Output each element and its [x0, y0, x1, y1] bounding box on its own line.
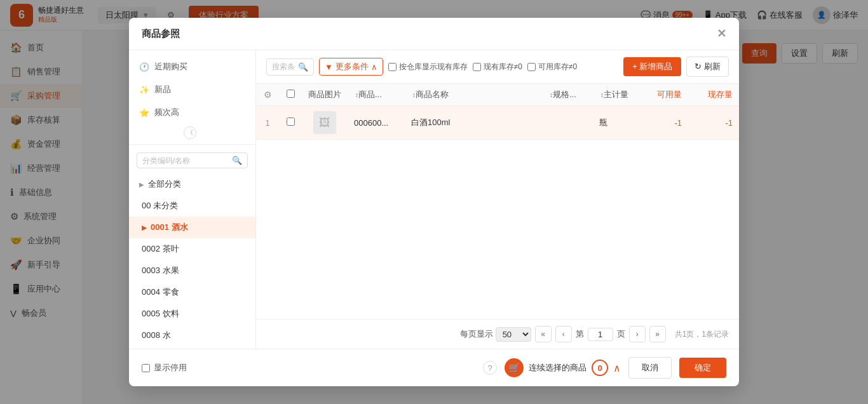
cart-text: 连续选择的商品 — [529, 362, 587, 374]
filter-label: 更多条件 — [336, 61, 369, 72]
row-spec — [542, 106, 593, 140]
show-disabled-checkbox[interactable] — [142, 364, 150, 372]
category-item-tea[interactable]: 0002 茶叶 — [129, 238, 255, 260]
col-header-img: 商品图片 — [302, 84, 348, 106]
table-row[interactable]: 1 🖼 000600... 白酒100ml 瓶 -1 -1 — [256, 106, 739, 140]
product-table: ⚙ 商品图片 ↕商品... ↕商品名称 ↕规格... — [256, 84, 739, 140]
modal-overlay: 商品参照 ✕ 🕐 近期购买 ✨ 新品 ⭐ 频次高 《 — [0, 0, 868, 404]
sort-icon-unit: ↕ — [600, 91, 604, 98]
category-item-uncategorized[interactable]: 00 未分类 — [129, 195, 255, 217]
new-icon: ✨ — [139, 85, 149, 95]
row-num: 1 — [256, 106, 279, 140]
page-label2: 页 — [617, 328, 625, 340]
page-first-btn[interactable]: « — [535, 326, 552, 342]
warehouse-filter[interactable]: 按仓库显示现有库存 — [388, 62, 468, 72]
collapse-up-icon[interactable]: ∧ — [613, 362, 621, 374]
modal-footer: 显示停用 ? 🛒 连续选择的商品 0 ∧ 取消 确定 — [129, 349, 739, 386]
modal-body: 🕐 近期购买 ✨ 新品 ⭐ 频次高 《 🔍 — [129, 50, 739, 349]
modal-right-content: 🔍 ▼ 更多条件 ∧ 按仓库显示现有库存 现有库存≠0 — [256, 50, 739, 349]
row-code: 000600... — [348, 106, 405, 140]
row-checkbox[interactable] — [287, 118, 295, 126]
col-header-stock: 现存量 — [688, 84, 739, 106]
page-next-btn[interactable]: › — [629, 326, 646, 342]
select-all-checkbox[interactable] — [287, 90, 295, 98]
modal-title: 商品参照 — [142, 28, 180, 40]
cart-icon[interactable]: 🛒 — [505, 358, 524, 377]
category-all-label: 全部分类 — [148, 178, 181, 190]
table-settings-icon[interactable]: ⚙ — [264, 90, 272, 100]
frequent-label: 频次高 — [154, 107, 179, 118]
nav-item-recent[interactable]: 🕐 近期购买 — [129, 55, 255, 78]
nonzero-filter-label: 现有库存≠0 — [484, 62, 522, 72]
page-last-btn[interactable]: » — [649, 326, 666, 342]
col-header-check[interactable] — [279, 84, 302, 106]
recent-icon: 🕐 — [139, 62, 149, 72]
warehouse-filter-label: 按仓库显示现有库存 — [399, 62, 468, 72]
per-page-label: 每页显示 — [460, 328, 493, 340]
modal-close-btn[interactable]: ✕ — [717, 27, 726, 41]
cart-count: 0 — [592, 360, 608, 376]
filter-btn[interactable]: ▼ 更多条件 ∧ — [319, 58, 383, 76]
collapse-sidebar-btn[interactable]: 《 — [184, 126, 196, 139]
col-header-spec[interactable]: ↕规格... — [542, 84, 593, 106]
category-item-liquor[interactable]: 0001 酒水 — [129, 217, 255, 238]
category-item-water[interactable]: 0008 水 — [129, 325, 255, 346]
modal-header: 商品参照 ✕ — [129, 18, 739, 50]
product-thumbnail: 🖼 — [313, 111, 336, 134]
new-label: 新品 — [154, 84, 171, 95]
available-filter[interactable]: 可用库存≠0 — [527, 62, 577, 72]
nav-item-frequent[interactable]: ⭐ 频次高 — [129, 101, 255, 124]
confirm-btn[interactable]: 确定 — [679, 358, 726, 378]
sort-icon-name: ↕ — [412, 91, 416, 98]
per-page-select[interactable]: 50 20 100 — [496, 327, 531, 342]
row-check[interactable] — [279, 106, 302, 140]
category-item-snack[interactable]: 0004 零食 — [129, 281, 255, 303]
category-search-icon: 🔍 — [232, 156, 242, 165]
product-search-input[interactable] — [272, 62, 295, 71]
pagination: 每页显示 50 20 100 « ‹ 第 页 › » 共1页，1条记录 — [256, 319, 739, 349]
col-header-code[interactable]: ↕商品... — [348, 84, 405, 106]
product-table-wrap: ⚙ 商品图片 ↕商品... ↕商品名称 ↕规格... — [256, 84, 739, 319]
filter-icon: ▼ — [325, 62, 333, 72]
filter-arrow-icon: ∧ — [371, 62, 377, 72]
row-available: -1 — [637, 106, 688, 140]
cart-area: 🛒 连续选择的商品 0 ∧ — [505, 358, 621, 377]
per-page-selector[interactable]: 每页显示 50 20 100 — [460, 327, 531, 342]
modal-toolbar: 🔍 ▼ 更多条件 ∧ 按仓库显示现有库存 现有库存≠0 — [256, 50, 739, 84]
category-search-box[interactable]: 🔍 — [137, 152, 248, 168]
row-stock: -1 — [688, 106, 739, 140]
total-info: 共1页，1条记录 — [675, 329, 729, 340]
product-reference-modal: 商品参照 ✕ 🕐 近期购买 ✨ 新品 ⭐ 频次高 《 — [129, 18, 739, 386]
sort-icon-spec: ↕ — [550, 91, 553, 98]
page-prev-btn[interactable]: ‹ — [555, 326, 572, 342]
category-search-input[interactable] — [142, 156, 229, 165]
left-divider — [129, 144, 255, 145]
col-header-unit[interactable]: ↕主计量 — [593, 84, 637, 106]
cancel-btn[interactable]: 取消 — [628, 357, 672, 379]
warehouse-checkbox[interactable] — [388, 63, 397, 71]
category-item-drink[interactable]: 0005 饮料 — [129, 303, 255, 325]
search-icon: 🔍 — [298, 62, 308, 72]
available-filter-label: 可用库存≠0 — [538, 62, 577, 72]
nav-item-new[interactable]: ✨ 新品 — [129, 78, 255, 101]
modal-left-sidebar: 🕐 近期购买 ✨ 新品 ⭐ 频次高 《 🔍 — [129, 50, 256, 349]
recent-label: 近期购买 — [154, 61, 187, 72]
col-header-settings[interactable]: ⚙ — [256, 84, 279, 106]
row-name: 白酒100ml — [405, 106, 542, 140]
category-item-fruit[interactable]: 0003 水果 — [129, 260, 255, 281]
product-search-box[interactable]: 🔍 — [266, 58, 314, 76]
col-header-avail: 可用量 — [637, 84, 688, 106]
nonzero-filter[interactable]: 现有库存≠0 — [473, 62, 522, 72]
refresh-btn[interactable]: ↻ 刷新 — [686, 57, 729, 77]
help-icon[interactable]: ? — [483, 361, 497, 375]
category-all[interactable]: 全部分类 — [129, 173, 255, 195]
row-img: 🖼 — [302, 106, 348, 140]
show-disabled-toggle[interactable]: 显示停用 — [142, 362, 187, 374]
page-number-input[interactable] — [588, 328, 613, 341]
page-label: 第 — [576, 328, 584, 340]
nonzero-checkbox[interactable] — [473, 63, 481, 71]
available-checkbox[interactable] — [527, 63, 536, 71]
col-header-name[interactable]: ↕商品名称 — [405, 84, 542, 106]
add-product-btn[interactable]: + 新增商品 — [623, 57, 681, 76]
frequent-icon: ⭐ — [139, 108, 149, 118]
